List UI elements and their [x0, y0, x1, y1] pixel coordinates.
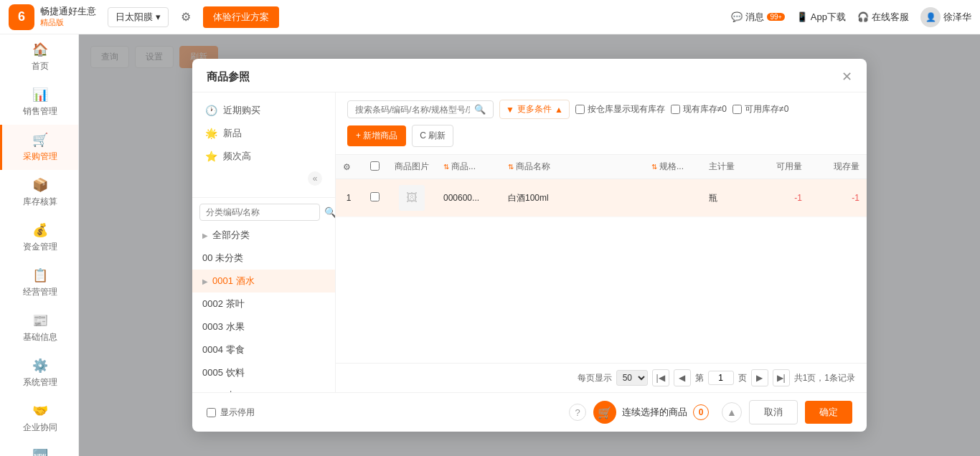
table-body: 1 🖼 — [336, 179, 867, 217]
show-disabled-input[interactable] — [207, 408, 216, 417]
brand-selector[interactable]: 日太阳膜 ▾ — [108, 7, 169, 27]
tab-new-products[interactable]: 🌟 新品 — [198, 123, 329, 144]
category-tea[interactable]: 0002 茶叶 — [192, 293, 335, 315]
category-search-input[interactable] — [199, 204, 320, 221]
sidebar-item-enterprise[interactable]: 🤝 企业协同 — [0, 396, 78, 441]
collapse-left-btn[interactable]: « — [308, 171, 322, 186]
confirm-btn[interactable]: 确定 — [805, 401, 852, 424]
refresh-btn[interactable]: C 刷新 — [412, 125, 453, 147]
chevron-up-icon: ▲ — [555, 105, 563, 115]
checkbox-available-nonzero[interactable]: 可用库存≠0 — [732, 103, 788, 115]
page-input[interactable] — [708, 371, 734, 385]
last-page-btn[interactable]: ▶| — [773, 369, 790, 386]
product-table: ⚙ 商品图片 — [336, 155, 867, 217]
logo-icon: 6 — [9, 4, 34, 30]
sidebar-item-home[interactable]: 🏠 首页 — [0, 34, 78, 80]
cell-img: 🖼 — [387, 179, 436, 217]
per-page-select[interactable]: 50 — [616, 370, 648, 386]
app-download-label: App下载 — [811, 11, 846, 24]
next-page-btn[interactable]: ▶ — [751, 369, 768, 386]
per-page-label: 每页显示 — [578, 372, 612, 384]
sidebar-item-guide[interactable]: 🆕 新手引导 — [0, 441, 78, 456]
filter-icon: ▼ — [506, 105, 514, 115]
cell-stock: -1 — [809, 179, 867, 217]
prev-page-btn[interactable]: ◀ — [674, 369, 691, 386]
cell-avail: -1 — [752, 179, 809, 217]
home-icon: 🏠 — [32, 42, 48, 57]
row-checkbox[interactable] — [370, 192, 380, 201]
headset-icon: 🎧 — [857, 11, 869, 22]
th-unit: 主计量 — [702, 155, 752, 179]
modal-footer: 显示停用 ? 🛒 连续选择的商品 0 ▲ 取消 确定 — [192, 392, 867, 432]
th-stock: 现存量 — [809, 155, 867, 179]
cell-name: 白酒100ml — [501, 179, 644, 217]
main-layout: 🏠 首页 📊 销售管理 🛒 采购管理 📦 库存核算 💰 资金管理 📋 经营管理 … — [0, 34, 980, 456]
settings-col-icon[interactable]: ⚙ — [343, 162, 351, 172]
modal-title: 商品参照 — [207, 70, 250, 84]
arrow-wine-icon: ▶ — [202, 277, 208, 285]
checkbox-warehouse-input[interactable] — [575, 105, 585, 114]
modal-close-btn[interactable]: ✕ — [842, 69, 852, 85]
cart-count: 0 — [693, 404, 709, 420]
cancel-btn[interactable]: 取消 — [749, 400, 798, 424]
logo-text: 畅捷通好生意 精品版 — [40, 6, 96, 29]
checkbox-available-input[interactable] — [732, 105, 742, 114]
checkbox-stock-nonzero[interactable]: 现有库存≠0 — [671, 103, 727, 115]
image-icon: 🖼 — [406, 191, 418, 204]
checkbox-stock-input[interactable] — [671, 105, 680, 114]
product-search-input[interactable] — [355, 105, 470, 115]
help-icon[interactable]: ? — [569, 404, 586, 421]
settings-icon[interactable]: ⚙ — [174, 6, 197, 29]
product-search-box: 🔍 — [347, 100, 494, 118]
filter-btn[interactable]: ▼ 更多条件 ▲ — [499, 100, 570, 119]
category-beverage[interactable]: 0005 饮料 — [192, 361, 335, 384]
first-page-btn[interactable]: |◀ — [652, 369, 669, 386]
tab-frequent[interactable]: ⭐ 频次高 — [198, 146, 329, 167]
logo: 6 畅捷通好生意 精品版 — [9, 4, 96, 30]
category-search-row: 🔍 — [192, 201, 335, 224]
cell-check[interactable] — [362, 179, 387, 217]
sidebar-item-purchase[interactable]: 🛒 采购管理 — [0, 125, 78, 170]
basic-info-icon: 📰 — [32, 313, 48, 328]
show-disabled-checkbox[interactable]: 显示停用 — [207, 407, 255, 419]
checkbox-stock-by-warehouse[interactable]: 按仓库显示现有库存 — [575, 103, 665, 115]
user-profile[interactable]: 👤 徐泽华 — [920, 7, 971, 27]
sidebar-item-inventory[interactable]: 📦 库存核算 — [0, 170, 78, 215]
collapse-cart-btn[interactable]: ▲ — [722, 402, 742, 422]
category-wine[interactable]: ▶ 0001 酒水 — [192, 270, 335, 293]
modal-body: 🕐 近期购买 🌟 新品 ⭐ 频次高 — [192, 92, 867, 392]
messages-badge: 99+ — [767, 13, 784, 21]
category-snack[interactable]: 0004 零食 — [192, 338, 335, 361]
sidebar-item-basic-info[interactable]: 📰 基础信息 — [0, 305, 78, 351]
th-spec[interactable]: ⇅ 规格... — [644, 155, 702, 179]
th-name[interactable]: ⇅ 商品名称 — [501, 155, 644, 179]
category-search-icon[interactable]: 🔍 — [324, 206, 336, 218]
sidebar-item-operations[interactable]: 📋 经营管理 — [0, 260, 78, 305]
category-all[interactable]: ▶ 全部分类 — [192, 224, 335, 247]
app-download-btn[interactable]: 📱 App下载 — [796, 11, 846, 24]
sidebar-item-system[interactable]: ⚙️ 系统管理 — [0, 351, 78, 396]
username-label: 徐泽华 — [943, 11, 971, 24]
th-check — [362, 155, 387, 179]
experience-btn[interactable]: 体验行业方案 — [203, 6, 279, 28]
toolbar: 🔍 ▼ 更多条件 ▲ 按仓库显示现有库存 — [336, 92, 867, 155]
tab-recent-purchase[interactable]: 🕐 近期购买 — [198, 100, 329, 121]
th-code[interactable]: ⇅ 商品... — [436, 155, 501, 179]
messages-btn[interactable]: 💬 消息 99+ — [731, 11, 784, 24]
table-row[interactable]: 1 🖼 — [336, 179, 867, 217]
clock-icon: 🕐 — [205, 105, 217, 116]
online-service-btn[interactable]: 🎧 在线客服 — [857, 11, 909, 24]
select-all-checkbox[interactable] — [370, 161, 380, 171]
category-water[interactable]: 0008 水 — [192, 384, 335, 392]
modal-header: 商品参照 ✕ — [192, 59, 867, 92]
product-thumbnail: 🖼 — [399, 185, 425, 211]
category-list: ▶ 全部分类 00 未分类 ▶ 0001 酒水 0002 茶 — [192, 224, 335, 392]
search-icon[interactable]: 🔍 — [474, 104, 486, 115]
category-uncategorized[interactable]: 00 未分类 — [192, 247, 335, 270]
top-nav: 6 畅捷通好生意 精品版 日太阳膜 ▾ ⚙ 体验行业方案 💬 消息 99+ 📱 … — [0, 0, 980, 34]
arrow-icon: ▶ — [202, 232, 208, 239]
category-fruit[interactable]: 0003 水果 — [192, 315, 335, 338]
add-product-btn[interactable]: + 新增商品 — [347, 125, 406, 146]
sidebar-item-sales[interactable]: 📊 销售管理 — [0, 80, 78, 125]
sidebar-item-finance[interactable]: 💰 资金管理 — [0, 215, 78, 260]
